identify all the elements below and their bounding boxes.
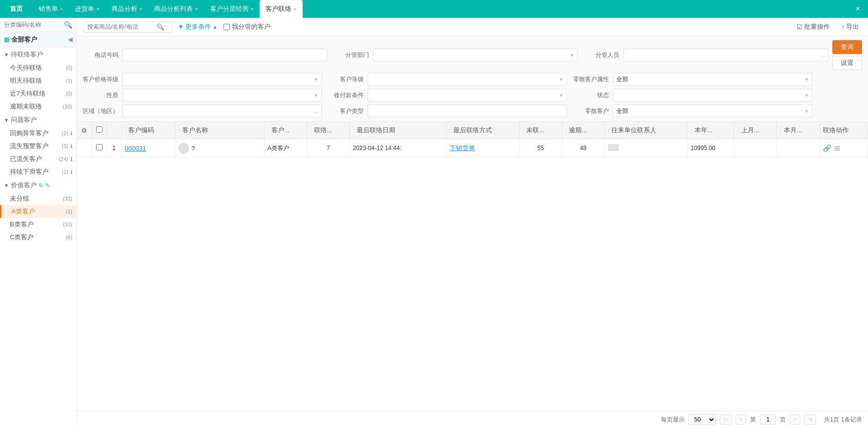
col-last-month[interactable]: : 上月... [734,122,777,139]
filter-search-icon[interactable]: 🔍 [157,23,164,31]
sidebar-item-7day-pending[interactable]: 近7天待联络 (0) [0,87,76,100]
customer-type-label: 客户类型 [328,107,368,115]
per-page-select[interactable]: 50 100 200 [689,414,716,425]
filter-more-btn[interactable]: ▼ 更多条件 ▲ [178,22,217,31]
sidebar-group-pending[interactable]: ▼ 待联络客户 [0,48,76,61]
sidebar-item-tomorrow-pending[interactable]: 明天待联络 (1) [0,74,76,87]
sidebar-item-class-b[interactable]: B类客户 (33) [0,218,76,231]
col-name[interactable]: : 客户名称 [175,122,265,139]
refresh-icon[interactable]: ↻ [39,182,43,189]
col-overdue[interactable]: : 逾期... [562,122,604,139]
nav-tab-customer-contact[interactable]: 客户联络 × [260,0,302,18]
customer-level-input[interactable]: ▼ [368,73,567,86]
row-link-icon[interactable]: 🔗 [823,144,831,152]
sidebar-item-unclassified[interactable]: 未分组 (32) [0,192,76,205]
row-code[interactable]: 000031 [121,139,175,158]
sidebar-item-overdue[interactable]: 逾期未联络 (30) [0,100,76,113]
sidebar-item-declining[interactable]: 持续下滑客户 (2) ℹ [0,165,76,178]
next-page-btn[interactable]: > [790,415,800,425]
region-input[interactable]: ... [122,105,322,117]
my-customers-checkbox[interactable]: 我分管的客户 [223,22,271,31]
close-tab-analysis[interactable]: × [139,6,142,12]
manager-dots: ... [820,52,825,58]
filter-search-box[interactable]: 🔍 [83,21,172,33]
last-page-btn[interactable]: >| [804,415,816,425]
col-this-month[interactable]: : 本月... [777,122,819,139]
nav-home[interactable]: 首页 [4,0,29,18]
row-this-year: 10995.00 [687,139,734,158]
sidebar-item-today-pending[interactable]: 今天待联络 (0) [0,61,76,74]
nav-tab-analysis-list[interactable]: 商品分析列表 × [148,0,204,18]
contact-method-link[interactable]: 下销货单 [449,144,475,152]
col-last-contact-date[interactable]: : 最后联络日期 [350,122,446,139]
col-contact[interactable]: : 联络... [307,122,350,139]
price-level-arrow: ▼ [314,77,319,82]
status-arrow: ▼ [804,93,809,98]
close-all-btn[interactable]: × [852,4,864,13]
nature-input[interactable]: ▼ [122,89,322,102]
row-name[interactable]: ? [175,139,265,158]
sidebar-item-class-a[interactable]: A类客户 (1) [0,205,76,218]
total-info: 共1页 1条记录 [824,416,862,424]
retail-customer-input[interactable]: 全部 ▼ [613,105,813,117]
nav-tab-sales[interactable]: 销售单 × [33,0,69,18]
manager-input[interactable]: ... [623,49,828,61]
export-btn[interactable]: ↑ 导出 [839,21,863,33]
customer-type-input[interactable] [368,105,567,117]
col-type[interactable]: : 客户... [265,122,307,139]
edit-icon[interactable]: ✎ [45,182,50,189]
nav-tab-customer-seg[interactable]: 客户分层经营 × [204,0,260,18]
query-btn[interactable]: 查询 [832,40,862,54]
nav-tab-analysis[interactable]: 商品分析 × [106,0,148,18]
top-nav: 首页 销售单 × 进货单 × 商品分析 × 商品分析列表 × 客户分层经营 × … [0,0,868,18]
sidebar-item-class-c[interactable]: C类客户 (6) [0,231,76,244]
nav-tab-purchase[interactable]: 进货单 × [69,0,105,18]
phone-input[interactable] [122,49,327,61]
close-tab-customer-seg[interactable]: × [251,6,254,12]
gear-icon[interactable]: ⚙ [81,127,87,134]
sidebar-item-churned[interactable]: 已流失客户 (24) ℹ [0,153,76,165]
price-level-input[interactable]: ▼ [122,73,322,86]
my-customers-check[interactable] [223,24,230,30]
row-grid-icon[interactable]: ⊞ [834,144,840,152]
setting-btn[interactable]: 设置 [832,56,862,70]
col-settings[interactable]: ⚙ [77,122,92,139]
row-select-checkbox[interactable] [96,144,103,151]
close-tab-analysis-list[interactable]: × [195,6,198,12]
sidebar-group-value[interactable]: ▼ 价值客户 ↻ ✎ [0,178,76,192]
dept-input[interactable]: ▼ [373,49,578,61]
retail-attr-input[interactable]: 全部 ▼ [613,73,813,86]
first-page-btn[interactable]: |< [720,415,732,425]
sidebar-search-input[interactable] [4,21,64,28]
select-all-checkbox[interactable] [96,126,103,133]
col-unit-contact[interactable]: : 往来单位联系人 [604,122,687,139]
close-tab-purchase[interactable]: × [96,6,99,12]
batch-op-btn[interactable]: ☑ 批量操作 [794,21,833,33]
sidebar-collapse-btn[interactable]: ◀ [68,36,72,43]
action-buttons: 查询 设置 [828,40,862,70]
sidebar-search-icon[interactable]: 🔍 [64,21,72,29]
row-last-contact-method[interactable]: 下销货单 [446,139,519,158]
payment-input[interactable]: ▼ [368,89,567,102]
sidebar-item-churn-warning[interactable]: 流失预警客户 (3) ℹ [0,140,76,153]
per-page-label: 每页显示 [661,416,685,424]
col-checkbox-header[interactable] [92,122,107,139]
customer-code-link[interactable]: 000031 [125,145,146,152]
close-tab-sales[interactable]: × [60,6,63,12]
close-tab-customer-contact[interactable]: × [293,6,296,12]
filter-search-input[interactable] [87,23,157,30]
info-icon-3: ℹ [70,156,72,162]
col-this-year[interactable]: : 本年... [687,122,734,139]
col-last-contact-method[interactable]: : 最后联络方式 [446,122,519,139]
page-number-input[interactable] [760,415,776,425]
sidebar-all-customers-header[interactable]: ⊞ 全部客户 ◀ [0,32,76,48]
manager-label: 分管人员 [584,51,623,59]
sidebar-group-problem[interactable]: ▼ 问题客户 [0,113,76,127]
status-label: 状态 [573,91,613,100]
row-checkbox[interactable] [92,139,107,158]
col-no-contact[interactable]: : 未联... [519,122,562,139]
sidebar-item-repurchase-anomaly[interactable]: 回购异常客户 (2) ℹ [0,127,76,140]
status-input[interactable]: ▼ [613,89,813,102]
prev-page-btn[interactable]: < [736,415,746,425]
col-code[interactable]: : 客户编码 [121,122,175,139]
